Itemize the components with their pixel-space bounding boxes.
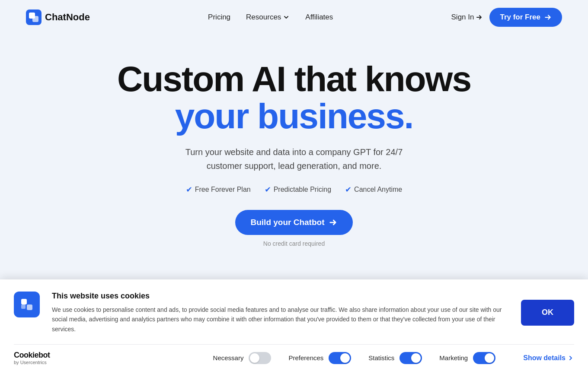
chevron-down-icon (283, 14, 290, 21)
cookie-banner: This website uses cookies We use cookies… (0, 279, 588, 371)
svg-rect-5 (21, 304, 26, 309)
cookie-control-preferences: Preferences (288, 352, 351, 364)
nav-pricing[interactable]: Pricing (208, 13, 230, 22)
logo-link[interactable]: ChatNode (26, 10, 90, 25)
necessary-label: Necessary (213, 354, 244, 361)
svg-rect-2 (32, 16, 38, 22)
check-icon-3: ✔ (345, 185, 352, 194)
cookie-control-necessary: Necessary (213, 352, 272, 364)
check-icon-1: ✔ (186, 185, 192, 194)
marketing-toggle[interactable] (473, 352, 495, 364)
arrow-right-signin-icon (476, 14, 483, 21)
check-icon-2: ✔ (265, 185, 271, 194)
necessary-toggle[interactable] (249, 352, 271, 364)
statistics-toggle[interactable] (399, 352, 422, 364)
try-free-button[interactable]: Try for Free (489, 8, 562, 27)
hero-section: Custom AI that knows your business. Turn… (0, 35, 588, 264)
nav-affiliates[interactable]: Affiliates (305, 13, 333, 22)
preferences-toggle[interactable] (329, 352, 351, 364)
cookie-control-marketing: Marketing (439, 352, 495, 364)
hero-title-line2: your business. (117, 98, 471, 135)
hero-features: ✔ Free Forever Plan ✔ Predictable Pricin… (186, 185, 403, 194)
cookie-text-content: This website uses cookies We use cookies… (52, 292, 509, 334)
nav-links: Pricing Resources Affiliates (208, 13, 333, 22)
nav-actions: Sign In Try for Free (451, 8, 562, 27)
chevron-right-icon (567, 355, 574, 361)
hero-feature-1: ✔ Free Forever Plan (186, 185, 251, 194)
cookie-top-section: This website uses cookies We use cookies… (0, 279, 588, 344)
cookiebot-name: Cookiebot (14, 351, 50, 360)
cookie-ok-button[interactable]: OK (521, 300, 574, 326)
show-details-link[interactable]: Show details (523, 354, 574, 362)
cookiebot-brand: Cookiebot by Usercentrics (14, 351, 50, 365)
svg-rect-4 (27, 304, 32, 310)
chatnode-logo-icon (26, 10, 42, 25)
cookie-bottom-section: Cookiebot by Usercentrics Necessary Pref… (0, 345, 588, 371)
hero-title: Custom AI that knows your business. (117, 60, 471, 135)
preferences-label: Preferences (288, 354, 323, 361)
hero-title-line1: Custom AI that knows (117, 60, 471, 98)
cookie-control-statistics: Statistics (368, 352, 422, 364)
cookie-title: This website uses cookies (52, 292, 509, 301)
svg-rect-3 (21, 299, 27, 304)
statistics-label: Statistics (368, 354, 394, 361)
cookie-logo-icon (14, 292, 40, 317)
cookie-brand-icon (19, 297, 34, 312)
arrow-right-build-icon (329, 218, 337, 227)
arrow-right-try-icon (544, 13, 552, 21)
signin-link[interactable]: Sign In (451, 13, 483, 22)
hero-feature-3: ✔ Cancel Anytime (345, 185, 402, 194)
navbar: ChatNode Pricing Resources Affiliates Si… (0, 0, 588, 35)
cookie-description: We use cookies to personalise content an… (52, 305, 509, 334)
hero-subtitle: Turn your website and data into a compan… (185, 145, 403, 173)
hero-feature-2: ✔ Predictable Pricing (265, 185, 331, 194)
logo-text: ChatNode (45, 12, 90, 23)
nav-resources[interactable]: Resources (246, 13, 290, 22)
cookiebot-sub: by Usercentrics (14, 360, 47, 365)
build-chatbot-button[interactable]: Build your Chatbot (235, 210, 353, 235)
cookie-controls: Necessary Preferences Statistics Marketi… (213, 352, 574, 364)
marketing-label: Marketing (439, 354, 468, 361)
no-credit-text: No credit card required (263, 240, 325, 247)
